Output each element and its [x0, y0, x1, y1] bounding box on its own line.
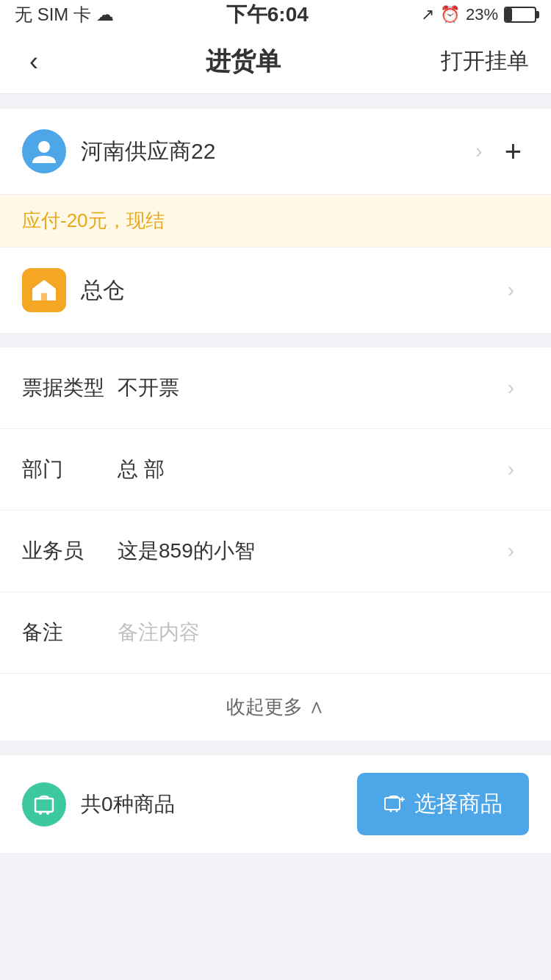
- remark-input[interactable]: 备注内容: [118, 619, 529, 646]
- notice-text: 应付-20元，现结: [22, 209, 165, 231]
- salesperson-value: 这是859的小智: [118, 537, 508, 565]
- remark-label: 备注: [22, 619, 118, 646]
- supplier-card: 河南供应商22 › + 应付-20元，现结 总仓 ›: [0, 109, 551, 333]
- supplier-row[interactable]: 河南供应商22 › +: [0, 109, 551, 195]
- salesperson-row[interactable]: 业务员 这是859的小智 ›: [0, 511, 551, 592]
- page-title: 进货单: [206, 45, 281, 79]
- battery-percent: 23%: [466, 5, 498, 24]
- home-icon: [31, 277, 57, 303]
- invoice-type-chevron-icon: ›: [508, 376, 514, 400]
- select-goods-label: 选择商品: [414, 789, 503, 819]
- warehouse-icon: [22, 268, 66, 312]
- status-time: 下午6:04: [226, 1, 309, 29]
- warehouse-name: 总仓: [81, 275, 508, 306]
- bottom-bar: 共0种商品 选择商品: [0, 755, 551, 853]
- department-row[interactable]: 部门 总 部 ›: [0, 429, 551, 511]
- svg-point-7: [396, 810, 398, 812]
- form-section: 票据类型 不开票 › 部门 总 部 › 业务员 这是859的小智 › 备注 备注…: [0, 347, 551, 673]
- svg-point-4: [46, 812, 49, 815]
- cart-icon: [31, 791, 57, 818]
- goods-count: 共0种商品: [81, 790, 342, 818]
- svg-rect-1: [41, 293, 47, 300]
- warehouse-chevron-icon: ›: [508, 278, 514, 302]
- notice-bar: 应付-20元，现结: [0, 195, 551, 247]
- supplier-avatar: [22, 129, 66, 173]
- divider-1: [0, 94, 551, 109]
- status-bar: 无 SIM 卡 ☁ 下午6:04 ↗ ⏰ 23%: [0, 0, 551, 29]
- svg-point-3: [39, 812, 42, 815]
- open-pending-button[interactable]: 打开挂单: [441, 46, 529, 76]
- salesperson-label: 业务员: [22, 537, 118, 565]
- svg-point-0: [38, 141, 50, 153]
- salesperson-chevron-icon: ›: [508, 539, 514, 563]
- department-label: 部门: [22, 455, 118, 483]
- select-goods-button[interactable]: 选择商品: [357, 773, 529, 835]
- status-left: 无 SIM 卡 ☁: [15, 3, 114, 26]
- svg-point-6: [390, 810, 392, 812]
- status-right: ↗ ⏰ 23%: [421, 5, 536, 24]
- collapse-button[interactable]: 收起更多 ∧: [0, 673, 551, 741]
- add-supplier-button[interactable]: +: [497, 135, 529, 168]
- alarm-icon: ⏰: [440, 5, 460, 24]
- nav-bar: ‹ 进货单 打开挂单: [0, 29, 551, 94]
- supplier-name: 河南供应商22: [81, 137, 475, 167]
- invoice-type-value: 不开票: [118, 374, 508, 402]
- invoice-type-row[interactable]: 票据类型 不开票 ›: [0, 347, 551, 429]
- svg-rect-2: [35, 799, 53, 812]
- supplier-chevron-icon: ›: [475, 140, 482, 163]
- battery-icon: [504, 7, 536, 23]
- svg-rect-5: [385, 798, 400, 810]
- department-value: 总 部: [118, 455, 508, 483]
- back-button[interactable]: ‹: [22, 39, 46, 84]
- remark-row[interactable]: 备注 备注内容: [0, 592, 551, 673]
- department-chevron-icon: ›: [508, 458, 514, 481]
- location-icon: ↗: [421, 5, 434, 24]
- invoice-type-label: 票据类型: [22, 374, 118, 402]
- person-icon: [29, 137, 59, 166]
- goods-icon: [22, 782, 66, 826]
- select-goods-icon: [383, 793, 406, 815]
- sim-label: 无 SIM 卡 ☁: [15, 3, 114, 26]
- warehouse-row[interactable]: 总仓 ›: [0, 247, 551, 333]
